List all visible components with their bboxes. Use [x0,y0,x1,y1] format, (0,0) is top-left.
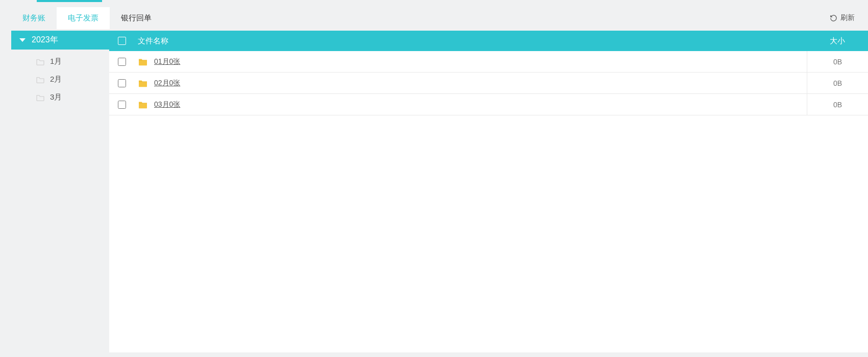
folder-icon [36,76,45,83]
month-label: 2月 [50,75,62,84]
sidebar: 2023年 1月 2月 [0,31,109,109]
header-name: 文件名称 [135,36,807,46]
table-row: 01月0张 0B [109,51,868,73]
header-size: 大小 [807,36,868,46]
table-header: 文件名称 大小 [109,31,868,51]
tab-finance[interactable]: 财务账 [11,7,57,29]
folder-icon [138,58,148,66]
month-label: 1月 [50,57,62,66]
app-container: 财务账 电子发票 银行回单 刷新 2023年 1月 [0,0,868,352]
refresh-label: 刷新 [840,13,855,22]
tabs: 财务账 电子发票 银行回单 [11,7,163,29]
month-label: 3月 [50,92,62,102]
main-area: 2023年 1月 2月 [0,31,868,352]
file-size: 0B [807,73,868,93]
row-checkbox-cell [109,58,135,66]
refresh-icon [830,14,837,22]
row-checkbox-cell [109,101,135,109]
folder-icon [138,101,148,109]
header-bar: 财务账 电子发票 银行回单 刷新 [0,5,868,31]
content-panel: 文件名称 大小 01月0张 0B [109,31,868,352]
file-name-cell: 03月0张 [135,100,807,109]
top-accent-bar [37,0,102,2]
tab-bank-receipt[interactable]: 银行回单 [110,7,163,29]
tab-e-invoice[interactable]: 电子发票 [57,7,110,29]
sidebar-year-header[interactable]: 2023年 [11,31,109,50]
row-checkbox[interactable] [118,58,126,66]
file-size: 0B [807,51,868,72]
sidebar-month-item[interactable]: 2月 [0,70,109,88]
row-checkbox[interactable] [118,79,126,87]
refresh-button[interactable]: 刷新 [825,10,860,26]
file-size: 0B [807,94,868,115]
sidebar-month-item[interactable]: 1月 [0,53,109,70]
row-checkbox[interactable] [118,101,126,109]
month-list: 1月 2月 3月 [0,50,109,109]
caret-down-icon [19,38,26,42]
file-link[interactable]: 02月0张 [154,79,180,88]
folder-icon [36,94,45,101]
file-name-cell: 02月0张 [135,79,807,88]
folder-icon [36,58,45,65]
select-all-checkbox[interactable] [118,37,126,45]
sidebar-month-item[interactable]: 3月 [0,88,109,106]
year-label: 2023年 [32,35,58,45]
file-link[interactable]: 01月0张 [154,57,180,66]
row-checkbox-cell [109,79,135,87]
folder-icon [138,79,148,87]
table-row: 03月0张 0B [109,94,868,115]
file-name-cell: 01月0张 [135,57,807,66]
table-row: 02月0张 0B [109,73,868,94]
file-link[interactable]: 03月0张 [154,100,180,109]
header-checkbox-cell [109,37,135,45]
